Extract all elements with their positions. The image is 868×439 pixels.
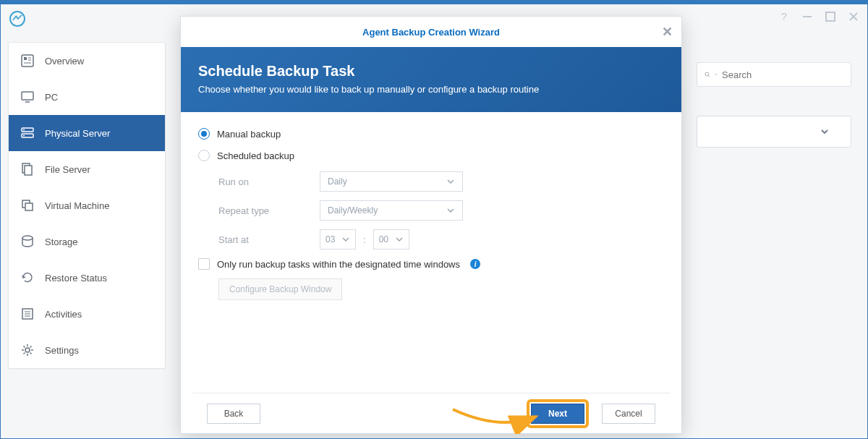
sidebar-item-label: Settings [45, 345, 79, 356]
svg-rect-10 [22, 92, 33, 100]
expand-panel[interactable] [697, 116, 851, 148]
sidebar-item-label: Restore Status [45, 273, 107, 284]
svg-rect-19 [25, 203, 33, 210]
server-icon [20, 126, 35, 140]
svg-point-26 [705, 72, 709, 76]
time-window-checkbox-row[interactable]: Only run backup tasks within the designa… [198, 258, 664, 270]
pc-icon [20, 90, 35, 104]
wizard-dialog: Agent Backup Creation Wizard ✕ Schedule … [180, 16, 682, 434]
svg-rect-5 [22, 55, 33, 67]
dialog-header-subtitle: Choose whether you would like to back up… [198, 84, 664, 95]
svg-point-20 [22, 236, 33, 240]
sidebar-item-restore-status[interactable]: Restore Status [9, 260, 165, 296]
search-icon [705, 69, 710, 80]
dialog-header: Schedule Backup Task Choose whether you … [181, 47, 681, 112]
run-on-label: Run on [218, 176, 320, 187]
repeat-type-label: Repeat type [218, 205, 320, 216]
radio-manual-backup[interactable]: Manual backup [198, 128, 664, 140]
svg-rect-6 [24, 57, 27, 60]
chevron-down-icon [820, 127, 829, 136]
sidebar-item-storage[interactable]: Storage [9, 223, 165, 260]
sidebar-item-overview[interactable]: Overview [9, 43, 165, 79]
right-panel [697, 62, 851, 148]
checkbox-label: Only run backup tasks within the designa… [217, 259, 460, 270]
sidebar-item-label: Virtual Machine [45, 200, 109, 211]
svg-rect-17 [25, 166, 32, 175]
dialog-close-icon[interactable]: ✕ [662, 24, 673, 40]
repeat-type-select[interactable]: Daily/Weekly [320, 200, 463, 221]
select-value: Daily/Weekly [328, 205, 378, 216]
cancel-button[interactable]: Cancel [602, 404, 655, 424]
dialog-title: Agent Backup Creation Wizard [362, 27, 500, 38]
search-input[interactable] [722, 69, 843, 80]
sidebar-item-label: PC [45, 92, 58, 103]
settings-icon [20, 343, 35, 357]
dialog-footer: Back Next Cancel [192, 393, 670, 433]
chevron-down-icon [446, 177, 455, 186]
dialog-header-title: Schedule Backup Task [198, 63, 664, 80]
sidebar-item-file-server[interactable]: File Server [9, 151, 165, 187]
minimize-icon[interactable] [801, 10, 814, 23]
app-logo-icon [9, 11, 25, 27]
radio-icon [198, 128, 210, 140]
sidebar-item-virtual-machine[interactable]: Virtual Machine [9, 187, 165, 223]
radio-label: Manual backup [217, 129, 281, 140]
dialog-titlebar: Agent Backup Creation Wizard ✕ [181, 17, 681, 47]
help-icon[interactable]: ? [778, 10, 791, 23]
sidebar-item-label: Physical Server [45, 128, 110, 139]
configure-backup-window-button[interactable]: Configure Backup Window [218, 278, 342, 300]
back-button[interactable]: Back [207, 404, 260, 424]
info-icon[interactable]: i [470, 259, 480, 269]
start-hour-select[interactable]: 03 [320, 229, 356, 250]
restore-icon [20, 270, 35, 285]
svg-point-25 [25, 348, 30, 352]
sidebar-item-label: Activities [45, 309, 82, 320]
highlight-annotation: Next [527, 399, 589, 428]
sidebar-item-pc[interactable]: PC [9, 79, 165, 115]
colon: : [363, 234, 366, 245]
sidebar-item-settings[interactable]: Settings [9, 332, 165, 368]
schedule-form: Run on Daily Repeat type Daily/Weekly St… [218, 171, 664, 250]
sidebar-item-activities[interactable]: Activities [9, 296, 165, 332]
start-minute-select[interactable]: 00 [373, 229, 409, 250]
chevron-down-icon [446, 206, 455, 215]
select-value: 03 [326, 234, 335, 244]
start-at-label: Start at [218, 234, 320, 245]
file-server-icon [20, 162, 35, 176]
next-button[interactable]: Next [531, 404, 584, 424]
svg-point-14 [23, 129, 25, 131]
chevron-down-icon [341, 235, 350, 244]
run-on-select[interactable]: Daily [320, 171, 463, 192]
storage-icon [20, 234, 35, 249]
svg-line-27 [708, 75, 710, 77]
dialog-body: Manual backup Scheduled backup Run on Da… [181, 112, 681, 393]
select-value: 00 [379, 234, 388, 244]
vm-icon [20, 198, 35, 213]
svg-rect-2 [826, 12, 835, 21]
sidebar-item-label: Storage [45, 236, 78, 247]
chevron-down-icon [395, 235, 404, 244]
radio-scheduled-backup[interactable]: Scheduled backup [198, 150, 664, 161]
sidebar-item-physical-server[interactable]: Physical Server [9, 115, 165, 151]
sidebar: Overview PC Physical Server File Server … [8, 42, 166, 369]
radio-icon [198, 150, 210, 161]
sidebar-item-label: File Server [45, 164, 90, 175]
search-box[interactable] [697, 62, 851, 87]
select-value: Daily [328, 176, 347, 187]
radio-label: Scheduled backup [217, 150, 294, 161]
chevron-down-icon[interactable] [715, 70, 718, 79]
activities-icon [20, 307, 35, 321]
svg-point-15 [23, 135, 25, 137]
maximize-icon[interactable] [824, 10, 837, 23]
close-icon[interactable] [847, 10, 860, 23]
checkbox-icon [198, 258, 210, 270]
sidebar-item-label: Overview [45, 56, 84, 67]
overview-icon [20, 54, 35, 68]
window-controls: ? [778, 10, 860, 23]
svg-text:?: ? [781, 11, 787, 22]
